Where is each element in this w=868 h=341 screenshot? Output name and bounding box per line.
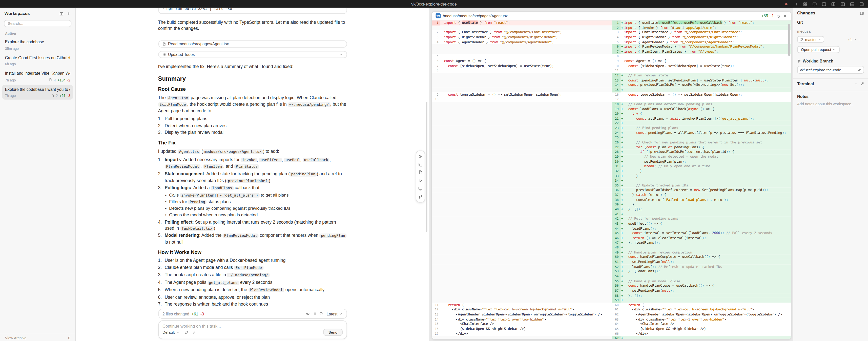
tool-call-row[interactable]: Read medusa/src/pages/Agent.tsx xyxy=(158,40,347,48)
changes-title: Changes xyxy=(797,11,857,16)
deletions-badge: -2 xyxy=(67,78,70,82)
view-archive[interactable]: View Archive 0 xyxy=(0,334,75,341)
list-item: 1.Poll for pending plans xyxy=(158,116,347,122)
copy-icon[interactable] xyxy=(418,162,423,167)
diff-line: 16 {sidebarOpen && <RightSidebar />} xyxy=(432,327,611,331)
diff-line: 67+ xyxy=(612,336,791,339)
pencil-icon[interactable] xyxy=(857,68,861,71)
list-item: 2.Claude enters plan mode and calls Exit… xyxy=(158,265,347,271)
diff-line: 13+ const [pendingPlan, setPendingPlan] … xyxy=(612,78,791,83)
deletions-count: -3 xyxy=(200,311,204,316)
workspace-item[interactable]: Install and integrate Vibe Kanban Web...… xyxy=(2,68,73,84)
sync-dropdown-icon[interactable] xyxy=(854,38,857,41)
branch-icon[interactable] xyxy=(418,194,423,199)
diff-line: 3import { RightSidebar } from "@/compone… xyxy=(432,35,611,40)
word-wrap-icon[interactable] xyxy=(776,14,781,18)
view-archive-label: View Archive xyxy=(5,336,27,339)
diff-line xyxy=(432,178,611,183)
latest-dropdown[interactable]: Latest xyxy=(327,311,342,316)
inline-code: TaskDetail.tsx xyxy=(180,226,214,231)
panel-right-icon[interactable] xyxy=(860,11,864,16)
workspace-item[interactable]: Explore the codebase35m ago xyxy=(2,37,73,52)
diff-line: 12+ // Plan review state xyxy=(612,73,791,78)
diff-line: 25+ xyxy=(612,135,791,140)
notes-input[interactable]: Add notes about this workspace... xyxy=(797,102,864,106)
notes-section[interactable]: Notes xyxy=(797,94,864,99)
new-workspace-icon[interactable] xyxy=(67,11,71,16)
scrollbar-thumb[interactable] xyxy=(426,102,427,232)
attach-icon[interactable] xyxy=(184,330,188,335)
record-icon[interactable] xyxy=(784,1,789,6)
diff-line: 46+ return () => clearInterval(interval)… xyxy=(612,236,791,240)
expand-icon[interactable] xyxy=(860,82,864,86)
panel-bottom-icon[interactable] xyxy=(850,1,855,6)
new-terminal-icon[interactable] xyxy=(854,82,858,86)
inline-code: PlanStatus xyxy=(234,164,259,169)
list-item: 2.State management: Added state for trac… xyxy=(158,171,347,184)
tool-call-row[interactable]: Updated Todos xyxy=(158,51,347,58)
inline-code: get_all_plans xyxy=(208,280,239,285)
open-pr-label: Open pull request xyxy=(801,48,831,51)
file-icon[interactable] xyxy=(418,170,423,175)
section-heading: The Fix xyxy=(158,140,347,146)
inline-code: PlanReviewModal xyxy=(249,288,284,292)
command-text: npm run build 2>&1 | tail -80 xyxy=(166,8,232,11)
diff-line: 37+ } catch (error) { xyxy=(612,192,791,197)
diff-line: 58+ }, []); xyxy=(612,293,791,298)
scrollbar-thumb[interactable] xyxy=(788,24,790,56)
diff-line xyxy=(432,126,611,130)
layout-toggle-icon[interactable] xyxy=(59,11,64,16)
branch-selector[interactable]: master xyxy=(797,36,824,42)
working-branch-value[interactable]: vk/3ccf-explore-the-code xyxy=(797,66,864,73)
diff-line: 36+ previousPlanIdsRef.current = new Set… xyxy=(612,188,791,192)
send-button[interactable]: Send xyxy=(323,329,342,336)
edit-icon[interactable] xyxy=(192,330,196,335)
open-pr-button[interactable]: Open pull request xyxy=(797,46,840,53)
workspace-item[interactable]: Explore the codebase I want you to ex...… xyxy=(2,85,73,100)
checklist-icon[interactable] xyxy=(312,312,317,316)
app-window: vk/3ccf-explore-the-code Workspaces Sear… xyxy=(0,0,868,341)
search-input[interactable]: Search... xyxy=(4,20,71,27)
notes-section-label: Notes xyxy=(797,94,809,99)
columns-icon[interactable] xyxy=(822,1,827,6)
workspace-title: Create Good First Issues on Github So ..… xyxy=(5,55,67,60)
panel-left-icon[interactable] xyxy=(840,1,845,6)
command-block[interactable]: npm run build 2>&1 | tail -80 xyxy=(158,8,347,14)
branch-row: master ↑1 ··· xyxy=(797,36,864,42)
diff-line: 19+ const loadPlans = useCallback(async … xyxy=(612,106,791,111)
composer[interactable]: Continue working on this task... Default… xyxy=(158,320,347,339)
model-selector[interactable]: Default xyxy=(162,330,180,334)
display-icon[interactable] xyxy=(812,1,817,6)
eye-icon[interactable] xyxy=(305,312,310,316)
chevron-down-icon[interactable] xyxy=(339,53,343,56)
workspace-item[interactable]: Create Good First Issues on Github So ..… xyxy=(2,53,73,68)
workspace-title: Install and integrate Vibe Kanban Web... xyxy=(5,71,70,76)
diff-line: 65 {sidebarOpen && <RightSidebar />} xyxy=(612,327,791,331)
close-icon[interactable] xyxy=(783,14,787,18)
ellipsis-icon[interactable]: ··· xyxy=(859,37,864,41)
diff-line: 18+ // Load plans and detect new pending… xyxy=(612,102,791,106)
inline-code: Agent.tsx xyxy=(178,150,200,154)
diff-line: 62 <AgentHeader sidebarOpen={sidebarOpen… xyxy=(612,312,791,317)
terminal-section[interactable]: Terminal xyxy=(797,82,864,87)
additions-badge: +61 xyxy=(59,94,66,97)
diff-line xyxy=(432,164,611,169)
diff-line xyxy=(432,49,611,54)
diff-line: 2+import { invoke } from "@tauri-apps/ap… xyxy=(612,25,791,30)
inline-code: loadPlans xyxy=(211,186,234,190)
grid-icon[interactable] xyxy=(831,1,836,6)
chat-paragraph: I updated Agent.tsx (medusa/src/pages/Ag… xyxy=(158,148,347,155)
ahead-count: ↑1 xyxy=(848,37,852,41)
panel-right-icon[interactable] xyxy=(859,1,864,6)
play-icon[interactable] xyxy=(418,178,423,183)
chevrons-right-icon[interactable] xyxy=(418,154,423,159)
pause-icon[interactable] xyxy=(793,1,798,6)
file-icon xyxy=(49,78,52,81)
section-heading: How It Works Now xyxy=(158,250,347,255)
history-icon[interactable] xyxy=(319,312,323,316)
monitor-icon[interactable] xyxy=(418,186,423,191)
diff-line: 16 const toggleSidebar = () => setSideba… xyxy=(612,92,791,97)
apps-icon[interactable] xyxy=(803,1,808,6)
list-item: 3.The hook script creates a file in ~/.m… xyxy=(158,272,347,278)
git-section-label: Git xyxy=(797,20,864,25)
